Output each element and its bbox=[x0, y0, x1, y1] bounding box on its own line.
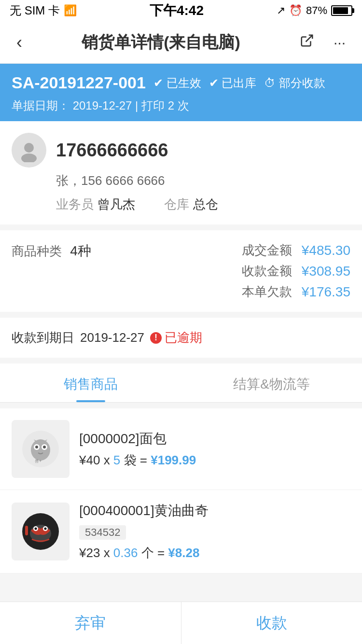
product-info-2: [000400001]黄油曲奇 534532 ¥23 x 0.36 个 = ¥8… bbox=[79, 502, 350, 561]
deal-label: 成交金额 bbox=[242, 242, 292, 259]
customer-section: 17666666666 张，156 6666 6666 业务员 曾凡杰 仓库 总… bbox=[0, 121, 362, 224]
qty-1: 5 bbox=[113, 453, 120, 467]
owed-label: 本单欠款 bbox=[242, 283, 292, 300]
print-label: 打印 bbox=[141, 99, 165, 112]
time-label: 下午4:42 bbox=[150, 1, 204, 20]
collect-label: 收款 bbox=[256, 613, 287, 634]
unit-1: 袋 bbox=[124, 453, 137, 467]
header-id-row: SA-20191227-001 ✔ 已生效 ✔ 已出库 ⏱ 部分收款 bbox=[12, 73, 350, 92]
price-val-1: ¥40 bbox=[79, 453, 100, 467]
svg-rect-16 bbox=[25, 526, 28, 535]
product-info-1: [0000002]面包 ¥40 x 5 袋 = ¥199.99 bbox=[79, 430, 350, 469]
owed-line: 本单欠款 ¥176.35 bbox=[242, 283, 350, 300]
tab-sales-label: 销售商品 bbox=[64, 377, 118, 392]
customer-meta: 业务员 曾凡杰 仓库 总仓 bbox=[56, 196, 350, 213]
stats-row: 商品种类 4种 成交金额 ¥485.30 收款金额 ¥308.95 本单欠款 ¥… bbox=[12, 242, 350, 300]
overdue-icon: ! bbox=[150, 332, 162, 344]
back-button[interactable]: ‹ bbox=[12, 28, 27, 57]
product-thumb-1: 兽+ bbox=[12, 420, 70, 478]
tab-settlement[interactable]: 结算&物流等 bbox=[181, 364, 362, 402]
eq-2: = bbox=[157, 546, 168, 560]
stats-section: 商品种类 4种 成交金额 ¥485.30 收款金额 ¥308.95 本单欠款 ¥… bbox=[0, 230, 362, 312]
category-label: 商品种类 bbox=[12, 244, 62, 258]
sales-value: 曾凡杰 bbox=[97, 196, 135, 213]
overdue-badge: ! 已逾期 bbox=[150, 329, 202, 346]
cancel-review-button[interactable]: 弃审 bbox=[0, 602, 181, 644]
due-label: 收款到期日 bbox=[12, 329, 74, 346]
location-icon: ↗ bbox=[277, 4, 285, 17]
tabs-bar: 销售商品 结算&物流等 bbox=[0, 364, 362, 403]
product-price-2: ¥23 x 0.36 个 = ¥8.28 bbox=[79, 545, 350, 561]
share-button[interactable] bbox=[295, 28, 319, 56]
product-section: 兽+ [0000002]面包 ¥40 x 5 袋 = ¥199.99 bbox=[0, 408, 362, 574]
deal-line: 成交金额 ¥485.30 bbox=[242, 242, 350, 259]
carrier-label: 无 SIM 卡 bbox=[10, 3, 60, 18]
customer-name: 17666666666 bbox=[56, 140, 168, 161]
product-name-1: [0000002]面包 bbox=[79, 430, 350, 448]
product-price-1: ¥40 x 5 袋 = ¥199.99 bbox=[79, 452, 350, 469]
svg-point-14 bbox=[35, 528, 37, 530]
eq-1: = bbox=[140, 453, 151, 467]
separator: | bbox=[135, 99, 141, 112]
status-left: 无 SIM 卡 📶 bbox=[10, 3, 77, 18]
total-1: ¥199.99 bbox=[151, 453, 196, 467]
price-x-2: x bbox=[104, 546, 113, 560]
sales-label: 业务员 bbox=[56, 196, 94, 213]
collect-button[interactable]: 收款 bbox=[181, 602, 362, 644]
svg-point-4 bbox=[31, 439, 50, 461]
due-section: 收款到期日 2019-12-27 ! 已逾期 bbox=[0, 318, 362, 358]
category-value: 4种 bbox=[70, 243, 91, 258]
status-badge-partial: ⏱ 部分收款 bbox=[264, 75, 325, 91]
product-item-2: [000400001]黄油曲奇 534532 ¥23 x 0.36 个 = ¥8… bbox=[0, 490, 362, 574]
svg-point-8 bbox=[43, 446, 46, 448]
alarm-icon: ⏰ bbox=[289, 4, 302, 17]
svg-text:兽+: 兽+ bbox=[35, 459, 42, 463]
date-label: 单据日期： bbox=[12, 99, 70, 112]
bottom-bar: 弃审 收款 bbox=[0, 602, 362, 644]
customer-top: 17666666666 bbox=[12, 133, 350, 168]
svg-point-2 bbox=[21, 154, 37, 162]
warehouse-label: 仓库 bbox=[164, 196, 189, 213]
header-date: 单据日期： 2019-12-27 | 打印 2 次 bbox=[12, 98, 350, 113]
price-val-2: ¥23 bbox=[79, 546, 100, 560]
page-title: 销货单详情(来自电脑) bbox=[82, 31, 240, 54]
svg-point-7 bbox=[35, 446, 38, 448]
cancel-review-label: 弃审 bbox=[75, 613, 106, 634]
owed-amount: ¥176.35 bbox=[302, 284, 350, 300]
status-bar: 无 SIM 卡 📶 下午4:42 ↗ ⏰ 87% bbox=[0, 0, 362, 21]
header-banner: SA-20191227-001 ✔ 已生效 ✔ 已出库 ⏱ 部分收款 单据日期：… bbox=[0, 64, 362, 121]
order-date: 2019-12-27 bbox=[73, 99, 132, 112]
overdue-text: 已逾期 bbox=[165, 329, 202, 346]
price-x-1: x bbox=[104, 453, 113, 467]
collected-amount: ¥308.95 bbox=[302, 264, 350, 279]
due-date: 2019-12-27 bbox=[80, 330, 144, 345]
print-unit: 次 bbox=[178, 99, 189, 112]
unit-2: 个 bbox=[141, 546, 154, 560]
battery-icon bbox=[331, 5, 352, 16]
stats-right: 成交金额 ¥485.30 收款金额 ¥308.95 本单欠款 ¥176.35 bbox=[242, 242, 350, 300]
tab-sales-products[interactable]: 销售商品 bbox=[0, 364, 181, 402]
status-badge-shipped: ✔ 已出库 bbox=[209, 75, 257, 91]
nav-actions: ··· bbox=[295, 28, 350, 56]
warehouse-value: 总仓 bbox=[193, 196, 218, 213]
svg-point-15 bbox=[44, 528, 47, 530]
collected-line: 收款金额 ¥308.95 bbox=[242, 263, 350, 280]
product-item: 兽+ [0000002]面包 ¥40 x 5 袋 = ¥199.99 bbox=[0, 408, 362, 490]
print-count: 2 bbox=[168, 99, 174, 112]
sales-meta: 业务员 曾凡杰 bbox=[56, 196, 135, 213]
stats-left: 商品种类 4种 bbox=[12, 242, 91, 260]
total-2: ¥8.28 bbox=[168, 546, 199, 560]
product-thumb-2 bbox=[12, 503, 70, 560]
status-right: ↗ ⏰ 87% bbox=[277, 4, 352, 17]
nav-bar: ‹ 销货单详情(来自电脑) ··· bbox=[0, 21, 362, 64]
status-badge-effected: ✔ 已生效 bbox=[153, 75, 201, 91]
qty-2: 0.36 bbox=[113, 546, 138, 560]
wifi-icon: 📶 bbox=[64, 4, 77, 17]
svg-point-1 bbox=[24, 143, 34, 153]
battery-percent: 87% bbox=[306, 4, 327, 17]
tab-settlement-label: 结算&物流等 bbox=[233, 377, 310, 392]
warehouse-meta: 仓库 总仓 bbox=[164, 196, 218, 213]
more-button[interactable]: ··· bbox=[329, 29, 350, 56]
avatar bbox=[12, 133, 46, 168]
product-name-2: [000400001]黄油曲奇 bbox=[79, 502, 350, 520]
